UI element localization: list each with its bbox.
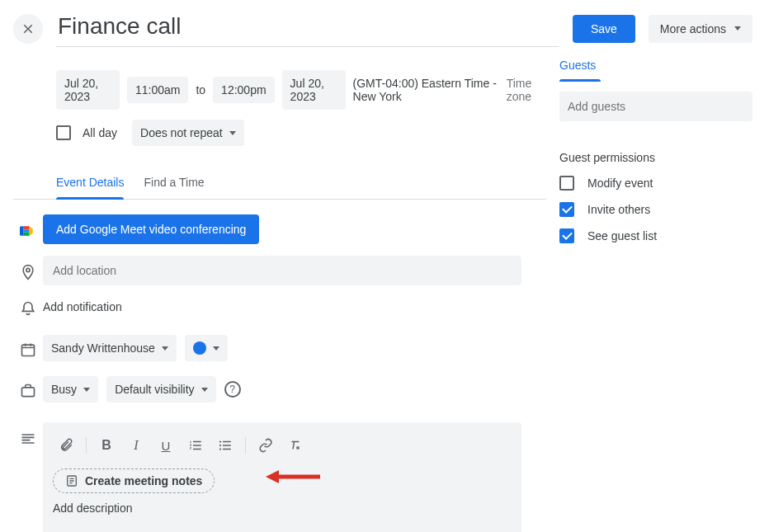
svg-rect-1 <box>22 345 35 355</box>
recurrence-label: Does not repeat <box>140 126 223 139</box>
bullet-list-icon <box>218 438 233 453</box>
notes-icon <box>65 474 78 487</box>
visibility-label: Default visibility <box>115 383 194 396</box>
help-icon[interactable]: ? <box>224 381 241 398</box>
add-google-meet-button[interactable]: Add Google Meet video conferencing <box>43 214 259 244</box>
availability-dropdown[interactable]: Busy <box>43 376 98 403</box>
add-notification-link[interactable]: Add notification <box>43 297 521 317</box>
modify-event-checkbox[interactable] <box>559 176 574 191</box>
svg-point-0 <box>26 268 30 271</box>
allday-label: All day <box>83 126 117 139</box>
to-label: to <box>196 83 205 97</box>
end-time-chip[interactable]: 12:00pm <box>213 77 274 103</box>
color-dot-icon <box>193 341 206 355</box>
see-guest-list-checkbox[interactable] <box>559 228 574 243</box>
close-icon <box>21 21 35 36</box>
invite-others-label: Invite others <box>587 203 650 216</box>
clear-format-icon <box>288 438 303 453</box>
notification-icon <box>20 300 36 317</box>
chevron-down-icon <box>201 388 208 392</box>
see-guest-list-label: See guest list <box>587 229 657 242</box>
calendar-icon <box>20 341 36 358</box>
tab-find-a-time[interactable]: Find a Time <box>144 176 204 199</box>
annotation-arrow <box>264 467 322 487</box>
recurrence-dropdown[interactable]: Does not repeat <box>132 120 244 146</box>
briefcase-icon <box>20 383 36 399</box>
modify-event-label: Modify event <box>587 177 653 190</box>
tab-event-details[interactable]: Event Details <box>56 176 124 199</box>
svg-point-4 <box>219 445 221 446</box>
bullet-list-button[interactable] <box>212 432 238 459</box>
attach-button[interactable] <box>53 432 79 459</box>
more-actions-label: More actions <box>660 22 726 35</box>
google-meet-icon <box>20 223 36 239</box>
save-button[interactable]: Save <box>573 15 635 43</box>
chevron-down-icon <box>734 26 741 31</box>
paperclip-icon <box>59 438 73 453</box>
chevron-down-icon <box>83 388 90 392</box>
underline-button[interactable]: U <box>153 432 179 459</box>
numbered-list-button[interactable] <box>182 432 209 459</box>
numbered-list-icon <box>188 438 203 453</box>
owner-name-label: Sandy Writtenhouse <box>51 341 155 355</box>
description-input[interactable]: Add description <box>53 501 512 515</box>
svg-point-5 <box>219 448 221 450</box>
chevron-down-icon <box>162 346 168 351</box>
calendar-owner-dropdown[interactable]: Sandy Writtenhouse <box>43 335 177 361</box>
event-title-input[interactable] <box>56 10 559 47</box>
description-icon <box>20 431 36 447</box>
link-icon <box>258 438 273 453</box>
start-date-chip[interactable]: Jul 20, 2023 <box>56 70 120 110</box>
location-input[interactable] <box>43 256 521 285</box>
svg-rect-2 <box>22 388 35 397</box>
busy-label: Busy <box>51 383 77 396</box>
location-icon <box>20 264 36 280</box>
close-button[interactable] <box>13 14 43 44</box>
more-actions-button[interactable]: More actions <box>649 15 752 43</box>
notes-chip-label: Create meeting notes <box>85 474 202 487</box>
clear-formatting-button[interactable] <box>282 432 309 459</box>
editor-toolbar: B I U <box>53 429 512 465</box>
divider <box>245 437 246 454</box>
allday-checkbox[interactable] <box>56 125 71 140</box>
event-color-dropdown[interactable] <box>185 335 228 361</box>
guest-permissions-heading: Guest permissions <box>559 151 752 164</box>
italic-button[interactable]: I <box>123 432 149 459</box>
end-date-chip[interactable]: Jul 20, 2023 <box>282 70 346 110</box>
bold-button[interactable]: B <box>93 432 120 459</box>
visibility-dropdown[interactable]: Default visibility <box>106 376 215 403</box>
svg-point-3 <box>219 440 221 442</box>
link-button[interactable] <box>252 432 279 459</box>
start-time-chip[interactable]: 11:00am <box>127 77 188 103</box>
divider <box>86 437 87 454</box>
timezone-label: (GMT-04:00) Eastern Time - New York <box>353 77 499 103</box>
add-guests-input[interactable] <box>559 92 752 121</box>
create-meeting-notes-chip[interactable]: Create meeting notes <box>53 468 215 493</box>
chevron-down-icon <box>229 131 236 135</box>
tab-guests[interactable]: Guests <box>559 59 596 82</box>
timezone-link[interactable]: Time zone <box>507 77 546 103</box>
chevron-down-icon <box>213 346 219 351</box>
invite-others-checkbox[interactable] <box>559 202 574 217</box>
